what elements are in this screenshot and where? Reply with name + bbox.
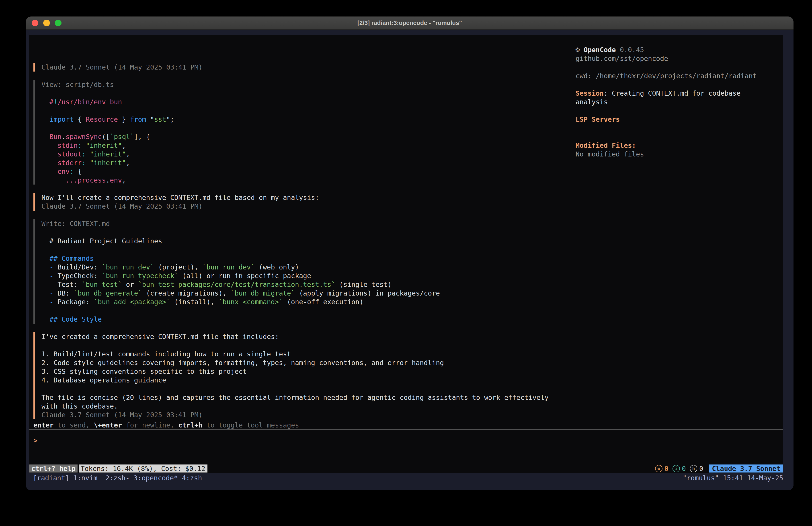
text-segment: - [41,298,54,306]
zoom-button[interactable] [55,19,61,26]
info-circle-icon: i [672,465,680,472]
terminal-line [576,124,783,132]
terminal-line [576,106,783,115]
titlebar: [2/3] radiant:3:opencode - "romulus" [26,16,794,30]
prompt-input[interactable]: > [29,436,783,445]
terminal-line: 1. Build/lint/test commands including ho… [29,350,783,358]
tool-block-bar [33,115,35,124]
terminal-line [29,245,783,254]
text-segment: TypeCheck: [54,272,102,280]
text-segment: : Creating CONTEXT.md for codebase [604,89,740,97]
info-count: 0 [682,464,686,473]
text-segment: stdin [41,142,78,149]
text-segment: `bun test` [82,281,122,288]
tool-block-bar [33,219,35,228]
hint-count: 0 [699,464,703,473]
message-accent-bar [33,350,35,358]
text-segment: /usr/bin/env bun [58,98,122,106]
text-segment: `bun test packages/core/test/transaction… [138,281,335,288]
text-segment: , [126,150,130,158]
text-segment: Package: [54,298,94,306]
text-segment: 3. CSS styling conventions specific to t… [41,368,247,375]
text-segment: (create migrations), [142,289,231,297]
text-segment: env [41,168,70,175]
terminal-line [29,341,783,350]
text-segment: , [126,159,130,167]
chat-scroll-area[interactable]: Claude 3.7 Sonnet (14 May 2025 03:41 PM)… [29,35,783,421]
text-segment: env [110,176,122,184]
text-segment: "inherit" [86,159,126,167]
terminal-line: LSP Servers [576,115,783,124]
tool-block-bar [33,106,35,115]
terminal-line [29,324,783,332]
terminal-line: ## Commands [29,254,783,263]
text-segment: `bun add <package>` [94,298,170,306]
text-segment: (project), [154,263,203,271]
tool-block-bar [33,315,35,324]
close-button[interactable] [32,19,38,26]
terminal-line: with this codebase. [29,402,783,411]
terminal-line [29,228,783,237]
terminal-line [29,384,783,393]
text-segment: github.com/sst/opencode [576,55,668,62]
tool-block-bar [33,263,35,271]
text-segment: `bun run dev` [102,263,154,271]
text-segment: - [41,289,54,297]
text-segment: # [41,98,54,106]
text-segment: `psql` [110,133,134,141]
text-segment: import [41,115,74,123]
tool-block-bar [33,150,35,158]
diagnostic-warning: w 0 [655,464,668,473]
terminal-line: github.com/sst/opencode [576,54,783,63]
text-segment: . [61,133,66,141]
text-segment: : [78,142,82,149]
terminal-line: Claude 3.7 Sonnet (14 May 2025 03:41 PM) [29,202,783,211]
text-segment: Build/Dev: [54,263,102,271]
text-segment: 2. Code style guidelines covering import… [41,359,444,367]
text-segment: (all) or run in specific package [178,272,311,280]
text-segment: Modified Files: [576,142,636,149]
text-segment: I've created a comprehensive CONTEXT.md … [41,333,279,341]
text-segment: DB: [54,289,74,297]
text-segment: 0.0.45 [616,46,644,54]
terminal-line: - Build/Dev: `bun run dev` (project), `b… [29,263,783,271]
text-segment: Write: CONTEXT.md [41,220,110,228]
text-segment: ctrl+h [178,421,202,429]
text-segment: - [41,281,54,288]
terminal-line [29,306,783,315]
tmux-window-list[interactable]: [radiant] 1:nvim 2:zsh- 3:opencode* 4:zs… [33,474,202,482]
message-accent-bar [33,376,35,384]
message-accent-bar [33,63,35,72]
message-accent-bar [33,402,35,411]
text-segment: - [41,272,54,280]
tool-block-bar [33,176,35,185]
tool-block-bar [33,271,35,280]
text-segment: sst [154,115,166,123]
tool-block-bar [33,132,35,141]
text-segment: `bun run dev` [203,263,255,271]
text-segment: The file is concise (20 lines) and captu… [41,394,549,401]
message-accent-bar [33,384,35,393]
terminal-line: Write: CONTEXT.md [29,219,783,228]
text-segment: - [41,263,54,271]
session-sidebar: © OpenCode 0.0.45github.com/sst/opencode… [576,45,783,158]
minimize-button[interactable] [43,19,50,26]
tool-block-bar [33,228,35,237]
help-keybind-chip[interactable]: ctrl+? help [29,465,77,472]
tool-block-bar [33,237,35,245]
text-segment: Claude 3.7 Sonnet (14 May 2025 03:41 PM) [41,411,202,419]
terminal-line: env: { [29,167,783,176]
text-segment: cwd: /home/thdxr/dev/projects/radiant/ra… [576,72,757,80]
input-hint: enter to send, \+enter for newline, ctrl… [29,421,783,429]
terminal-line: enter to send, \+enter for newline, ctrl… [33,421,783,429]
text-segment: (one-off execution) [283,298,363,306]
text-segment: stdout [41,150,82,158]
model-chip[interactable]: Claude 3.7 Sonnet [709,465,783,472]
tokens-cost-chip: Tokens: 16.4K (8%), Cost: $0.12 [79,465,207,472]
app: [2/3] radiant:3:opencode - "romulus" Cla… [0,0,812,526]
text-segment: " [146,115,154,123]
input-area: > [29,430,783,445]
text-segment: © [576,46,584,54]
text-segment: (apply migrations) in packages/core [295,289,440,297]
terminal-line: - TypeCheck: `bun run typecheck` (all) o… [29,271,783,280]
